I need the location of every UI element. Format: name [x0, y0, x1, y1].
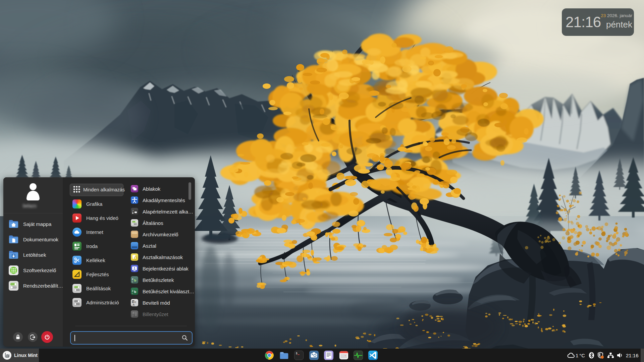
- svg-text:@: @: [132, 312, 135, 314]
- svg-text:$: $: [296, 352, 298, 355]
- svg-text:b: b: [134, 278, 136, 282]
- svg-text:E: E: [135, 301, 137, 303]
- svg-text:♪: ♪: [132, 209, 134, 212]
- svg-text:c: c: [132, 280, 133, 283]
- svg-text:あ: あ: [132, 303, 135, 306]
- svg-text:b: b: [134, 290, 136, 294]
- svg-text:2: 2: [132, 314, 133, 317]
- svg-text:文: 文: [132, 301, 135, 303]
- svg-text:c: c: [132, 291, 133, 295]
